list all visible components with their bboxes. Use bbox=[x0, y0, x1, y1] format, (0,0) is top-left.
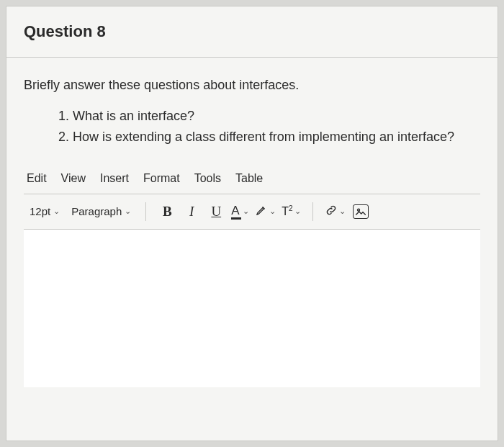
superscript-button[interactable]: T2 ⌄ bbox=[280, 204, 302, 218]
link-icon bbox=[325, 204, 338, 220]
list-item-number: 2. bbox=[58, 130, 69, 144]
link-button[interactable]: ⌄ bbox=[323, 204, 347, 220]
text-color-icon: A bbox=[231, 204, 241, 220]
question-title: Question 8 bbox=[24, 22, 480, 41]
image-icon bbox=[354, 205, 367, 218]
question-list: 1. What is an interface? 2. How is exten… bbox=[24, 106, 480, 148]
superscript-exp: 2 bbox=[289, 204, 293, 212]
chevron-down-icon: ⌄ bbox=[53, 207, 60, 216]
question-body: Briefly answer these questions about int… bbox=[6, 58, 498, 156]
list-item-text: How is extending a class different from … bbox=[73, 130, 454, 144]
chevron-down-icon: ⌄ bbox=[294, 207, 301, 216]
toolbar-divider bbox=[145, 202, 146, 221]
list-item-number: 1. bbox=[58, 109, 69, 123]
chevron-down-icon: ⌄ bbox=[339, 207, 346, 216]
block-type-value: Paragraph bbox=[71, 205, 122, 217]
superscript-base: T bbox=[282, 205, 289, 217]
question-card: Question 8 Briefly answer these question… bbox=[6, 6, 498, 441]
menu-table[interactable]: Table bbox=[235, 172, 263, 185]
menu-tools[interactable]: Tools bbox=[194, 172, 221, 185]
svg-point-0 bbox=[357, 209, 359, 211]
bold-button[interactable]: B bbox=[156, 202, 178, 222]
font-size-value: 12pt bbox=[30, 205, 50, 217]
question-header: Question 8 bbox=[6, 6, 498, 58]
menu-format[interactable]: Format bbox=[143, 172, 180, 185]
question-prompt: Briefly answer these questions about int… bbox=[24, 78, 480, 93]
chevron-down-icon: ⌄ bbox=[269, 207, 276, 216]
list-item-text: What is an interface? bbox=[73, 109, 194, 123]
chevron-down-icon: ⌄ bbox=[243, 207, 249, 216]
font-size-select[interactable]: 12pt ⌄ bbox=[25, 204, 64, 219]
text-color-letter: A bbox=[231, 204, 239, 217]
highlighter-icon bbox=[255, 204, 268, 220]
list-item: 1. What is an interface? bbox=[58, 106, 480, 127]
rich-text-editor: Edit View Insert Format Tools Table 12pt… bbox=[6, 156, 498, 387]
menu-view[interactable]: View bbox=[61, 172, 86, 185]
superscript-icon: T2 bbox=[282, 204, 292, 218]
italic-button[interactable]: I bbox=[181, 202, 202, 222]
chevron-down-icon: ⌄ bbox=[125, 207, 131, 216]
insert-image-button[interactable] bbox=[353, 204, 369, 219]
block-type-select[interactable]: Paragraph ⌄ bbox=[67, 204, 135, 219]
editor-menu-bar: Edit View Insert Format Tools Table bbox=[24, 168, 480, 194]
highlight-button[interactable]: ⌄ bbox=[253, 204, 277, 220]
editor-toolbar: 12pt ⌄ Paragraph ⌄ B I U A ⌄ bbox=[24, 194, 480, 229]
underline-button[interactable]: U bbox=[205, 202, 227, 222]
text-color-button[interactable]: A ⌄ bbox=[230, 204, 251, 220]
menu-insert[interactable]: Insert bbox=[100, 172, 129, 185]
list-item: 2. How is extending a class different fr… bbox=[58, 127, 480, 148]
toolbar-divider bbox=[312, 202, 313, 221]
editor-textarea[interactable] bbox=[24, 229, 480, 387]
menu-edit[interactable]: Edit bbox=[27, 172, 47, 185]
